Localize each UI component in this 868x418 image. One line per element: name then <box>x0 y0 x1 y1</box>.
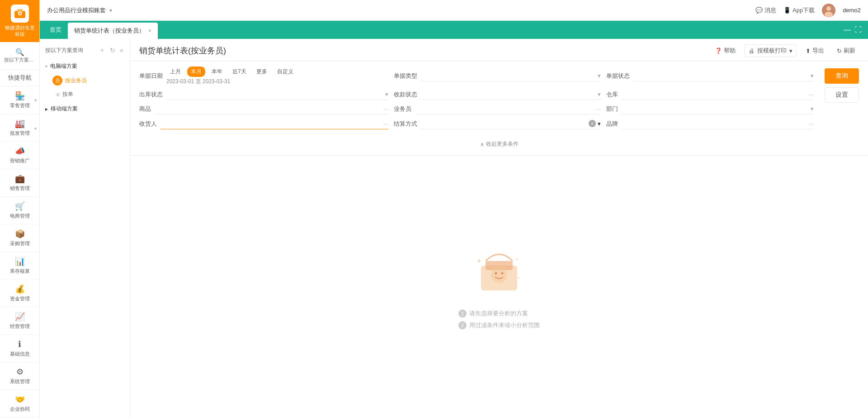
collapse-panel-button[interactable]: « <box>119 46 124 55</box>
pc-group-name: 电脑端方案 <box>50 62 77 70</box>
scheme-item-by-salesman[interactable]: 员 按业务员 <box>40 73 130 88</box>
sidebar-item-system[interactable]: ⚙ 系统管理 <box>0 362 39 390</box>
main-area: 办公用品行业模拟账套 ▾ 💬 消息 📱 App下载 demo2 <box>40 0 868 418</box>
enterprise-label: 企业协同 <box>10 406 30 413</box>
wholesale-label: 批发管理 <box>10 130 30 137</box>
sidebar-item-inventory[interactable]: 📊 库存核算 <box>0 252 39 280</box>
sidebar-item-retail[interactable]: 🏪 零售管理 ▾ <box>0 86 39 114</box>
sidebar-item-finance[interactable]: 💰 资金管理 <box>0 280 39 307</box>
right-area: 销货单统计表(按业务员) ❓ 帮助 🖨 按模板打印 ▾ ⬆ 导出 <box>130 39 868 418</box>
sidebar-item-sales[interactable]: 💼 销售管理 <box>0 169 39 197</box>
sidebar-item-ecommerce[interactable]: 🛒 电商管理 <box>0 197 39 224</box>
tab-home-label: 首页 <box>50 26 61 34</box>
search-nav-button[interactable]: 🔍 按以下方案查询 <box>3 46 37 66</box>
filter-item-brand: 品牌 ··· <box>606 119 819 129</box>
pc-group-arrow: ▾ <box>45 64 47 69</box>
print-icon: 🖨 <box>749 48 755 54</box>
page-title: 销货单统计表(按业务员) <box>139 45 226 56</box>
mobile-group-arrow: ▸ <box>45 106 48 112</box>
sidebar-item-marketing[interactable]: 📣 营销推广 <box>0 142 39 169</box>
brand-dots: ··· <box>809 120 814 127</box>
sidebar-search-section: 🔍 按以下方案查询 <box>0 42 39 70</box>
filter-item-doc-type: 单据类型 ▾ <box>394 71 607 81</box>
tab-sales-stat-close[interactable]: × <box>148 28 151 34</box>
operations-icon: 📈 <box>15 312 25 322</box>
print-dropdown[interactable]: 🖨 按模板打印 ▾ <box>745 44 797 57</box>
sidebar-item-purchase[interactable]: 📦 采购管理 <box>0 224 39 252</box>
scheme-item-by-order[interactable]: ≡ 按单 <box>40 88 130 100</box>
export-button[interactable]: ⬆ 导出 <box>802 45 828 57</box>
department-select[interactable]: ▾ <box>622 104 814 114</box>
filter-item-receiver: 收货人 ··· <box>139 119 394 129</box>
date-tab-more[interactable]: 更多 <box>253 66 271 77</box>
page-title-bar: 销货单统计表(按业务员) ❓ 帮助 🖨 按模板打印 ▾ ⬆ 导出 <box>130 39 868 61</box>
brand-select[interactable]: ··· <box>622 119 814 129</box>
purchase-label: 采购管理 <box>10 240 30 247</box>
warehouse-select[interactable]: ··· <box>622 89 814 100</box>
filter-item-department: 部门 ▾ <box>606 104 819 114</box>
date-tab-custom[interactable]: 自定义 <box>274 66 297 77</box>
quick-nav-button[interactable]: 快捷导航 <box>3 71 37 84</box>
doc-status-select[interactable]: ▾ <box>633 71 814 81</box>
collapse-button[interactable]: ∧ 收起更多条件 <box>480 140 519 148</box>
inventory-label: 库存核算 <box>10 268 30 275</box>
tab-home[interactable]: 首页 <box>43 21 68 39</box>
department-label: 部门 <box>606 105 618 113</box>
avatar[interactable] <box>822 4 835 17</box>
empty-icon: ✦ ✦ ✦ <box>472 243 526 299</box>
retail-label-text: 零售管理 <box>10 102 30 109</box>
scheme-group-mobile[interactable]: ▸ 移动端方案 <box>40 102 130 115</box>
topbar-dropdown-arrow[interactable]: ▾ <box>109 7 112 14</box>
settings-button[interactable]: 设置 <box>825 87 859 103</box>
svg-point-9 <box>491 266 507 283</box>
sales-icon: 💼 <box>15 174 25 184</box>
sidebar-logo: 畅捷通好生意 标版 <box>0 0 39 42</box>
export-icon: ⬆ <box>806 48 811 54</box>
tab-maximize-icon[interactable]: ⛶ <box>854 26 862 34</box>
left-panel-title: 按以下方案查询 <box>45 47 83 54</box>
filter-row-4: 收货人 ··· 结算方式 <box>139 118 819 129</box>
app-download-button[interactable]: 📱 App下载 <box>783 6 815 14</box>
goods-select[interactable]: ··· <box>155 104 388 114</box>
date-tab-last-month[interactable]: 上月 <box>166 66 184 77</box>
date-tab-7days[interactable]: 近7天 <box>229 66 250 77</box>
refresh-button[interactable]: ↻ 刷新 <box>833 45 859 57</box>
sidebar-item-operations[interactable]: 📈 经营管理 <box>0 307 39 335</box>
warehouse-label: 仓库 <box>606 90 618 99</box>
filter-row-1: 单据日期 上月 本月 本年 近7天 更多 自定义 <box>139 66 819 86</box>
tab-sales-stat[interactable]: 销货单统计表（按业务员） × <box>68 23 158 39</box>
query-button[interactable]: 查询 <box>825 68 859 84</box>
by-salesman-label: 按业务员 <box>65 77 87 85</box>
sidebar-item-basic[interactable]: ℹ 基础信息 <box>0 335 39 362</box>
out-status-select[interactable]: ▾ <box>166 89 388 100</box>
help-label: 帮助 <box>724 47 736 55</box>
logo-icon <box>11 5 29 23</box>
sidebar-item-enterprise[interactable]: 🤝 企业协同 <box>0 390 39 418</box>
refresh-scheme-button[interactable]: ↻ <box>109 46 116 55</box>
receiver-dots: ··· <box>383 120 388 127</box>
settlement-clear-button[interactable]: × <box>589 120 596 127</box>
print-label: 按模板打印 <box>757 47 787 55</box>
operations-label: 经营管理 <box>10 323 30 330</box>
doc-type-select[interactable]: ▾ <box>421 71 601 81</box>
settlement-select[interactable]: × ▾ <box>421 118 601 129</box>
help-button[interactable]: ❓ 帮助 <box>711 45 739 57</box>
add-scheme-button[interactable]: ＋ <box>98 45 106 55</box>
tip-row-2: 2 用过滤条件来缩小分析范围 <box>458 319 540 331</box>
settlement-label: 结算方式 <box>394 120 417 128</box>
receiver-select[interactable]: ··· <box>160 119 388 129</box>
svg-point-10 <box>495 272 497 274</box>
sidebar-item-wholesale[interactable]: 🏭 批发管理 ▴ <box>0 114 39 142</box>
date-tab-this-month[interactable]: 本月 <box>187 66 205 77</box>
tab-minimize-icon[interactable]: — <box>844 26 851 34</box>
finance-label: 资金管理 <box>10 295 30 302</box>
filter-item-settlement: 结算方式 × ▾ <box>394 118 607 129</box>
by-order-icon: ≡ <box>56 91 60 98</box>
tabbar: 首页 销货单统计表（按业务员） × — ⛶ <box>40 21 868 39</box>
receipt-status-select[interactable]: ▾ <box>421 89 601 100</box>
scheme-group-pc-label[interactable]: ▾ 电脑端方案 <box>40 60 130 73</box>
doc-status-label: 单据状态 <box>606 72 630 80</box>
message-button[interactable]: 💬 消息 <box>755 6 776 14</box>
salesman-select[interactable]: ··· <box>415 104 601 114</box>
date-tab-this-year[interactable]: 本年 <box>208 66 226 77</box>
